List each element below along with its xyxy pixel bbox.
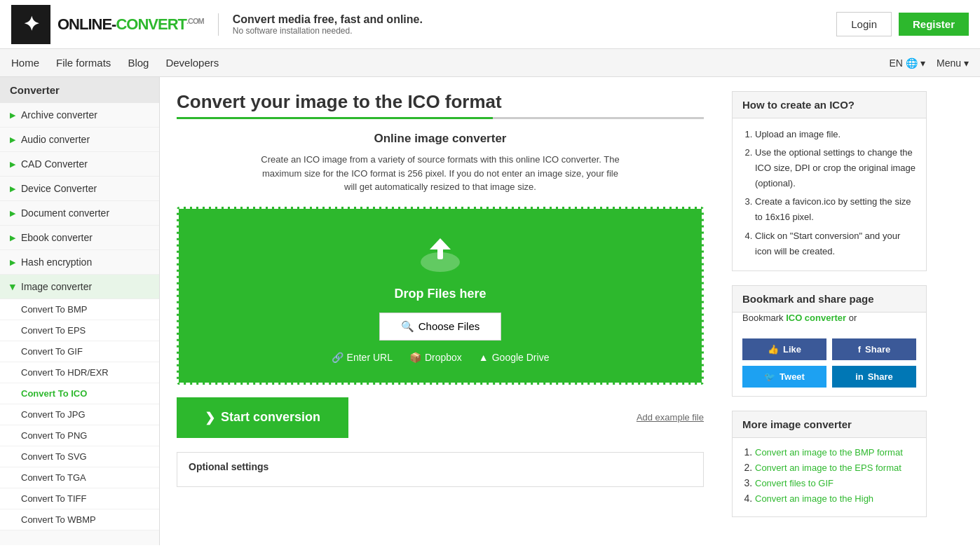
arrow-icon: ▶: [10, 160, 15, 169]
share-fb-label: Share: [865, 344, 890, 355]
enter-url-label: Enter URL: [347, 352, 393, 363]
converter-text: Create an ICO image from a variety of so…: [258, 153, 622, 194]
facebook-icon: 👍: [768, 344, 779, 355]
menu-label: Menu: [937, 57, 961, 69]
enter-url-button[interactable]: 🔗 Enter URL: [332, 352, 393, 363]
sidebar-sub-ico[interactable]: Convert To ICO: [0, 383, 159, 404]
bookmark-after: or: [849, 313, 857, 323]
bookmark-box: Bookmark and share page Bookmark ICO con…: [732, 285, 927, 397]
sidebar-sub-image: Convert To BMP Convert To EPS Convert To…: [0, 299, 159, 530]
drop-zone[interactable]: Drop Files here 🔍 Choose Files 🔗 Enter U…: [177, 207, 704, 385]
like-button[interactable]: 👍 Like: [742, 338, 826, 360]
sidebar-sub-svg[interactable]: Convert To SVG: [0, 446, 159, 467]
tagline: Convert media free, fast and online. No …: [218, 13, 423, 36]
how-to-title: How to create an ICO?: [733, 92, 926, 118]
arrow-icon: ▶: [10, 184, 15, 193]
arrow-icon: ▶: [10, 209, 15, 218]
lang-label: EN: [890, 57, 903, 69]
facebook-share-button[interactable]: f Share: [832, 338, 916, 360]
sidebar-item-ebook[interactable]: ▶ Ebook converter: [0, 226, 159, 250]
arrow-icon: ▶: [10, 258, 15, 267]
search-icon: 🔍: [401, 320, 414, 333]
sidebar-item-label: CAD Converter: [21, 158, 88, 170]
sidebar-sub-png[interactable]: Convert To PNG: [0, 425, 159, 446]
drive-icon: ▲: [479, 352, 489, 363]
login-button[interactable]: Login: [836, 12, 892, 36]
converter-description: Online image converter Create an ICO ima…: [177, 132, 704, 194]
more-link-bmp[interactable]: Convert an image to the BMP format: [755, 447, 903, 458]
globe-icon: 🌐: [906, 57, 918, 69]
sidebar-item-device[interactable]: ▶ Device Converter: [0, 177, 159, 201]
sidebar-item-image[interactable]: ▶ Image converter: [0, 275, 159, 299]
sidebar-sub-eps[interactable]: Convert To EPS: [0, 320, 159, 341]
sidebar-sub-tga[interactable]: Convert To TGA: [0, 467, 159, 488]
upload-icon: [193, 234, 688, 278]
more-link-gif[interactable]: Convert files to GIF: [755, 478, 833, 488]
tweet-label: Tweet: [780, 371, 805, 382]
language-selector[interactable]: EN 🌐 ▾: [890, 57, 925, 69]
title-underline: [177, 117, 704, 119]
optional-settings-title: Optional settings: [189, 461, 692, 472]
menu-button[interactable]: Menu ▾: [937, 57, 969, 69]
sidebar-title: Converter: [0, 77, 159, 103]
tweet-button[interactable]: 🐦 Tweet: [742, 366, 826, 388]
more-link-eps[interactable]: Convert an image to the EPS format: [755, 463, 901, 473]
list-item: Convert an image to the High: [755, 493, 916, 504]
start-conversion-button[interactable]: ❯ Start conversion: [177, 397, 348, 438]
dropbox-button[interactable]: 📦 Dropbox: [409, 352, 462, 363]
sidebar-sub-wbmp[interactable]: Convert To WBMP: [0, 509, 159, 530]
sidebar-item-audio[interactable]: ▶ Audio converter: [0, 128, 159, 152]
upload-svg: [416, 234, 465, 276]
register-button[interactable]: Register: [899, 13, 969, 36]
sidebar-sub-hdr[interactable]: Convert To HDR/EXR: [0, 362, 159, 383]
sidebar-item-label: Document converter: [21, 207, 109, 219]
arrow-icon: ▶: [10, 135, 15, 144]
google-drive-button[interactable]: ▲ Google Drive: [479, 352, 550, 363]
how-to-content: Upload an image file. Use the optional s…: [733, 118, 926, 270]
svg-marker-2: [430, 238, 451, 249]
tagline-sub: No software installation needed.: [233, 26, 423, 36]
sidebar-item-document[interactable]: ▶ Document converter: [0, 201, 159, 226]
navbar-right: EN 🌐 ▾ Menu ▾: [890, 57, 969, 69]
header: ✦ ONLINE-CONVERT.COM Convert media free,…: [0, 0, 980, 49]
choose-files-button[interactable]: 🔍 Choose Files: [379, 313, 502, 341]
linkedin-share-button[interactable]: in Share: [832, 366, 916, 388]
nav-home[interactable]: Home: [11, 49, 39, 77]
ico-converter-link[interactable]: ICO converter: [786, 313, 846, 323]
linkedin-icon: in: [855, 371, 864, 382]
main-layout: Converter ▶ Archive converter ▶ Audio co…: [0, 77, 980, 545]
nav-developers[interactable]: Developers: [165, 49, 219, 77]
chevron-down-icon: ▾: [964, 57, 969, 69]
share-row-1: 👍 Like f Share: [742, 338, 916, 360]
choose-files-label: Choose Files: [418, 320, 480, 332]
sidebar-item-hash[interactable]: ▶ Hash encryption: [0, 250, 159, 275]
chevron-down-icon: ▾: [920, 57, 925, 69]
share-row-2: 🐦 Tweet in Share: [742, 366, 916, 388]
drop-files-text: Drop Files here: [193, 287, 688, 301]
dropbox-icon: 📦: [409, 352, 421, 363]
nav-blog[interactable]: Blog: [128, 49, 149, 77]
sidebar-item-cad[interactable]: ▶ CAD Converter: [0, 152, 159, 177]
how-to-step-2: Use the optional settings to change the …: [755, 145, 916, 191]
start-area: ❯ Start conversion Add example file: [177, 397, 704, 438]
share-li-label: Share: [868, 371, 893, 382]
like-label: Like: [783, 344, 801, 355]
optional-settings: Optional settings: [177, 452, 704, 487]
drop-links: 🔗 Enter URL 📦 Dropbox ▲ Google Drive: [193, 352, 688, 363]
logo-area: ✦ ONLINE-CONVERT.COM Convert media free,…: [11, 5, 836, 44]
list-item: Convert an image to the EPS format: [755, 462, 916, 473]
sidebar-sub-bmp[interactable]: Convert To BMP: [0, 299, 159, 320]
sidebar-sub-gif[interactable]: Convert To GIF: [0, 341, 159, 362]
navbar: Home File formats Blog Developers EN 🌐 ▾…: [0, 49, 980, 77]
how-to-step-1: Upload an image file.: [755, 127, 916, 142]
bookmark-text: Bookmark ICO converter or: [733, 313, 926, 330]
add-example-link[interactable]: Add example file: [637, 412, 704, 423]
right-sidebar: How to create an ICO? Upload an image fi…: [721, 77, 938, 545]
sidebar-sub-jpg[interactable]: Convert To JPG: [0, 404, 159, 425]
logo-text: ONLINE-CONVERT.COM: [57, 15, 204, 34]
nav-file-formats[interactable]: File formats: [56, 49, 111, 77]
how-to-step-4: Click on "Start conversion" and your ico…: [755, 228, 916, 259]
more-link-high[interactable]: Convert an image to the High: [755, 493, 873, 504]
sidebar-item-archive[interactable]: ▶ Archive converter: [0, 103, 159, 128]
sidebar-sub-tiff[interactable]: Convert To TIFF: [0, 488, 159, 509]
